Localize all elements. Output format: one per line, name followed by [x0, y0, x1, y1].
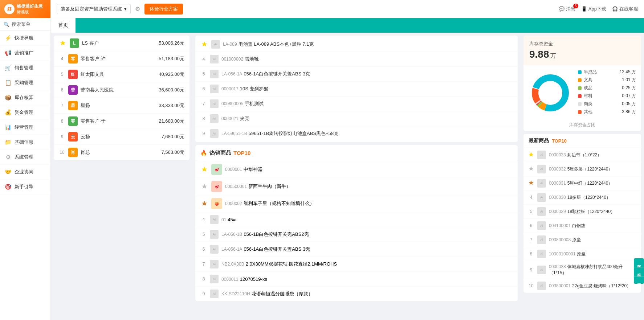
- list-item: 5 Ai LA-056-1B056-1B白色按键开关壳ABS2壳: [195, 227, 518, 242]
- sidebar-item-operations[interactable]: 📊 经营管理: [0, 120, 50, 135]
- operations-icon: 📊: [4, 124, 12, 131]
- main-area: 装备及固定资产辅助管理系统 ▾ ⚙ 体验行业方案 💬 消息 6 📱 App下载 …: [51, 0, 644, 320]
- float-hotline-btn[interactable]: 客服热线: [634, 258, 644, 267]
- newest-products-card: 最新商品 TOP10 Ai 0000033封边带（1.0*22） Ai 0000…: [523, 134, 641, 293]
- middle-panel: Ai LA-089电池盖 LA-089 ABS本色+黑种 7.1克 4 Ai 0…: [192, 33, 521, 320]
- fire-icon: 🔥: [200, 150, 207, 156]
- search-menu[interactable]: 🔍 搜索菜单: [0, 18, 50, 31]
- table-row: 9 云 云扬 7,680.00元: [54, 129, 189, 145]
- sidebar-item-inventory[interactable]: 📦 库存核算: [0, 90, 50, 105]
- table-row: 8 Ai 0000021夹壳: [195, 111, 518, 126]
- rank-badge-2: [200, 182, 208, 190]
- table-row: 7 星 星扬 33,333.00元: [54, 98, 189, 114]
- online-service-item[interactable]: 🎧 在线客服: [612, 6, 638, 12]
- product-img: Ai: [210, 70, 219, 78]
- topbar: 装备及固定资产辅助管理系统 ▾ ⚙ 体验行业方案 💬 消息 6 📱 App下载 …: [51, 0, 644, 18]
- product-img: Ai: [537, 151, 546, 159]
- table-row: 5 Ai LA-056-1A056-1A白色按键开关盖ABS 3克: [195, 67, 518, 82]
- table-row: L LS 客户 53,006.26元: [54, 36, 189, 51]
- content-area: L LS 客户 53,006.26元 4 零 零售客户·许 51,183.00元…: [51, 33, 644, 320]
- list-item: 6 Ai LA-056-1A056-1A白色按键开关盖ABS 3壳: [195, 242, 518, 257]
- inventory-summary: 库存总资金 9.88 万: [523, 36, 641, 65]
- app-download-item[interactable]: 📱 App下载: [581, 6, 606, 12]
- table-row: 9 Ai LA-59651-1B59651-1B旋转投影灯电池盒ABS黑色+58…: [195, 126, 518, 141]
- inventory-card: 库存总资金 9.88 万: [523, 36, 641, 131]
- system-selector[interactable]: 装备及固定资产辅助管理系统 ▾: [57, 4, 131, 14]
- sidebar-item-sales[interactable]: 🛒 销售管理: [0, 61, 50, 75]
- sidebar-item-marketing[interactable]: 📢 营销推广: [0, 46, 50, 61]
- purchase-icon: 📋: [4, 79, 12, 86]
- avatar: 零: [68, 116, 78, 126]
- sidebar-item-shortcuts[interactable]: ⚡ 快捷导航: [0, 31, 50, 46]
- sidebar-item-system[interactable]: ⚙ 系统管理: [0, 150, 50, 165]
- tab-home[interactable]: 首页: [51, 18, 76, 33]
- avatar: 肖: [68, 148, 78, 157]
- avatar: 苦: [68, 85, 78, 95]
- trial-button[interactable]: 体验行业方案: [144, 4, 183, 15]
- guide-icon: 🎯: [4, 183, 12, 190]
- list-item: 7 Ai 000800008原坐: [523, 233, 641, 247]
- list-item: 8 Ai 10000100001原坐: [523, 247, 641, 261]
- sales-product-card: Ai LA-089电池盖 LA-089 ABS本色+黑种 7.1克 4 Ai 0…: [195, 36, 518, 142]
- table-row: 4 Ai 001000002雪地靴: [195, 52, 518, 67]
- avatar: 云: [68, 132, 78, 141]
- list-item: 9 Ai 0000028体城嘉核味苏打饮品400毫升（1*15）: [523, 261, 641, 279]
- legend-item: 文具 1.01 万: [578, 77, 636, 83]
- legend-dot: [578, 86, 582, 90]
- message-item[interactable]: 💬 消息 6: [559, 6, 575, 12]
- product-img: Ai: [210, 55, 219, 63]
- product-img: Ai: [210, 215, 219, 224]
- list-item: Ai 00000325厘多层（1220*2440）: [523, 162, 641, 176]
- list-item: 4 Ai 0145#: [195, 212, 518, 227]
- message-icon: 💬: [559, 6, 564, 12]
- settings-icon[interactable]: ⚙: [135, 5, 140, 12]
- list-item: 7 Ai NB2.0X30B2.0X30MM双摆花轴,摆花直径2.1MM/ROH…: [195, 257, 518, 272]
- sidebar-item-basics[interactable]: 📁 基础信息: [0, 135, 50, 150]
- sidebar-item-finance[interactable]: 💰 资金管理: [0, 105, 50, 120]
- sidebar-item-cooperation[interactable]: 🤝 企业协同: [0, 165, 50, 180]
- legend-dot: [578, 102, 582, 106]
- sidebar-logo: 好 畅捷通好生意 标准版: [0, 0, 50, 18]
- avatar: 红: [68, 70, 78, 79]
- float-live-btn[interactable]: 直播: [634, 276, 644, 284]
- list-item: 4 Ai 000003018多层（1220*2440）: [523, 190, 641, 205]
- legend-item: 肉类 -0.05 万: [578, 101, 636, 107]
- table-row: 6 Ai 000001710S 变刹罗猴: [195, 82, 518, 97]
- product-img: Ai: [537, 179, 546, 188]
- product-img: Ai: [210, 230, 219, 239]
- legend-dot: [578, 94, 582, 98]
- hot-products-header: 🔥 热销商品 TOP10: [195, 145, 518, 161]
- avatar: L: [70, 38, 79, 48]
- mobile-icon: 📱: [581, 6, 587, 12]
- product-img: Ai: [537, 193, 546, 202]
- marketing-icon: 📢: [4, 49, 12, 57]
- inventory-chart-area: 半成品 12.45 万 文具 1.01 万 成品 0.25 万: [523, 65, 641, 120]
- nav-tabs: 首页: [51, 18, 644, 33]
- left-panel: L LS 客户 53,006.26元 4 零 零售客户·许 51,183.00元…: [51, 33, 192, 320]
- inventory-icon: 📦: [4, 94, 12, 101]
- basics-icon: 📁: [4, 139, 12, 146]
- rank-badge-1: [59, 39, 67, 47]
- topbar-right: 💬 消息 6 📱 App下载 🎧 在线客服: [559, 6, 638, 12]
- avatar: 星: [68, 101, 78, 110]
- list-item: 🍑 0000002智利车子里（规格不知道填什么）: [195, 195, 518, 212]
- sidebar: 好 畅捷通好生意 标准版 🔍 搜索菜单 ⚡ 快捷导航 📢 营销推广 🛒 销售管理…: [0, 0, 51, 320]
- table-row: 10 肖 肖总 7,563.00元: [54, 145, 189, 160]
- product-img: Ai: [210, 245, 219, 254]
- legend-dot: [578, 70, 582, 74]
- product-thumbnail: 🥩: [211, 181, 222, 192]
- legend-item: 其他 -3.86 万: [578, 109, 636, 115]
- sidebar-item-purchase[interactable]: 📋 采购管理: [0, 75, 50, 90]
- product-img: Ai: [210, 260, 219, 268]
- sidebar-item-guide[interactable]: 🎯 新手引导: [0, 180, 50, 194]
- hot-products-card: 🔥 热销商品 TOP10 🥩 0000001中华神器 🥩 00: [195, 145, 518, 301]
- float-community-btn[interactable]: 服务社区: [634, 267, 644, 276]
- chevron-down-icon: ▾: [124, 6, 127, 12]
- product-img: Ai: [210, 275, 219, 283]
- product-img: Ai: [210, 85, 219, 93]
- product-img: Ai: [211, 40, 220, 49]
- list-item: 10 Ai 00380000122g鱼豆腐·烧烤味（1*12*20）: [523, 279, 641, 293]
- donut-chart: [529, 71, 572, 115]
- product-img: Ai: [537, 235, 546, 244]
- table-row: 8 零 零售客户·于 21,680.00元: [54, 114, 189, 129]
